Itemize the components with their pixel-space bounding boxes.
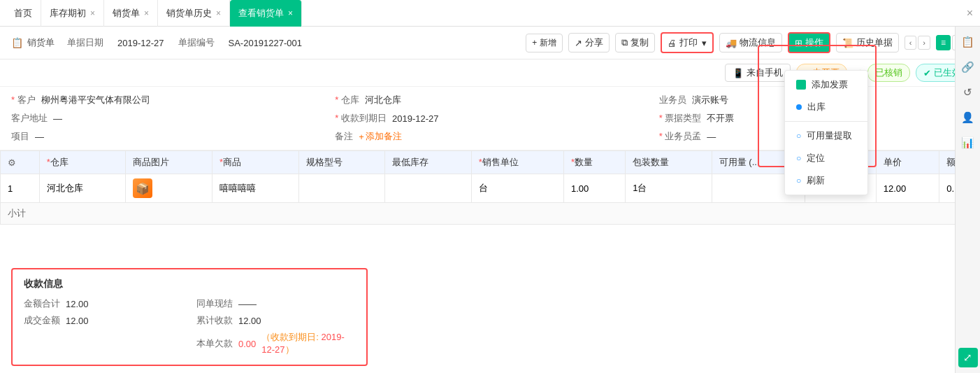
- cumulative-value: 12.00: [238, 316, 261, 326]
- deal-amount-label: 成交金额: [24, 314, 60, 327]
- share-icon: ↗: [575, 38, 582, 48]
- tab-sales-order-close[interactable]: ×: [144, 8, 149, 18]
- tab-bar: 首页 库存期初 × 销货单 × 销货单历史 × 查看销货单 × ×: [0, 0, 980, 27]
- settings-icon[interactable]: ⚙: [8, 157, 16, 168]
- circle-icon-3: ○: [796, 176, 801, 185]
- tab-sales-history-close[interactable]: ×: [216, 8, 221, 18]
- project-value: —: [35, 132, 44, 142]
- operate-button[interactable]: ⊞ 操作: [788, 32, 830, 53]
- dot-blue-icon: [796, 104, 802, 110]
- outstanding-note: （收款到期日: 2019-12-27）: [261, 331, 355, 356]
- history-button[interactable]: 📜 历史单据: [836, 33, 899, 52]
- tab-view-sales-label: 查看销货单: [238, 7, 284, 20]
- staff2-label: 业务员孟: [659, 130, 702, 143]
- row-no: 1: [1, 174, 40, 203]
- remark-label: 备注: [335, 130, 353, 143]
- row-unit-price: 12.00: [876, 174, 939, 203]
- warehouse-label: 仓库: [335, 94, 359, 106]
- total-amount-value: 12.00: [66, 299, 89, 309]
- window-close-button[interactable]: ×: [967, 7, 973, 20]
- settlement-value: ——: [238, 299, 257, 309]
- nav-arrows: ‹ ›: [905, 36, 930, 50]
- settlement-row: 同单现结 ——: [196, 297, 355, 310]
- total-amount-label: 金额合计: [24, 297, 60, 310]
- payment-info-grid: 金额合计 12.00 同单现结 —— 成交金额 12.00 累计收款 12.00…: [24, 297, 355, 356]
- doc-meta: 单据日期 2019-12-27 单据编号 SA-20191227-001: [67, 36, 526, 49]
- share-button[interactable]: ↗ 分享: [568, 33, 610, 52]
- print-button[interactable]: 🖨 打印 ▾: [661, 32, 714, 53]
- doc-icon: 📋: [11, 37, 23, 48]
- sidebar-icon-2[interactable]: 🔗: [958, 57, 978, 77]
- add-remark-button[interactable]: + 添加备注: [359, 130, 402, 143]
- col-unit-price: 单价: [876, 151, 939, 174]
- customer-value: 柳州粤港平安气体有限公司: [41, 94, 150, 106]
- tab-home-label: 首页: [14, 7, 32, 20]
- col-settings[interactable]: ⚙: [1, 151, 40, 174]
- col-product: *商品: [212, 151, 299, 174]
- tab-inventory-init[interactable]: 库存期初 ×: [41, 0, 104, 27]
- logistics-button[interactable]: 🚚 物流信息: [719, 33, 782, 52]
- row-min-stock: [385, 174, 472, 203]
- locate-label: 定位: [807, 152, 825, 164]
- mobile-icon: 📱: [733, 68, 744, 78]
- tab-sales-order[interactable]: 销货单 ×: [104, 0, 158, 27]
- staff2-value: —: [707, 132, 716, 142]
- row-warehouse: 河北仓库: [39, 174, 126, 203]
- settlement-label: 同单现结: [196, 297, 233, 310]
- tab-inventory-close[interactable]: ×: [90, 8, 95, 18]
- mobile-button[interactable]: 📱 来自手机: [725, 64, 791, 82]
- operate-icon: ⊞: [795, 38, 802, 48]
- tab-home[interactable]: 首页: [6, 0, 41, 27]
- customer-row: 客户 柳州粤港平安气体有限公司: [11, 94, 321, 106]
- row-pack-qty: 1台: [626, 174, 712, 203]
- col-min-stock: 最低库存: [385, 151, 472, 174]
- doc-date-label: 单据日期: [67, 36, 103, 49]
- add-invoice-item[interactable]: 添加发票: [785, 73, 867, 96]
- truck-icon: 🚚: [726, 38, 737, 48]
- circle-icon-1: ○: [796, 131, 801, 141]
- locate-item[interactable]: ○ 定位: [785, 147, 867, 169]
- print-icon: 🖨: [668, 38, 677, 48]
- right-sidebar: 📋 🔗 ↺ 👤 📊 ⤢: [955, 27, 980, 373]
- address-value: —: [53, 113, 62, 124]
- col-spec: 规格型号: [298, 151, 385, 174]
- copy-button[interactable]: ⧉ 复制: [615, 33, 655, 52]
- doc-toolbar: + 新增 ↗ 分享 ⧉ 复制 🖨 打印 ▾ 🚚 物流信息: [526, 32, 969, 53]
- tab-sales-history[interactable]: 销货单历史 ×: [158, 0, 230, 27]
- payment-info-title: 收款信息: [24, 278, 355, 290]
- col-quantity: *数量: [563, 151, 625, 174]
- total-amount-row: 金额合计 12.00: [24, 297, 182, 310]
- next-record-button[interactable]: ›: [918, 36, 930, 50]
- sidebar-icon-1[interactable]: 📋: [958, 32, 978, 52]
- tab-sales-history-label: 销货单历史: [166, 7, 212, 20]
- staff-value: 演示账号: [692, 94, 728, 106]
- list-view-button[interactable]: ≡: [936, 35, 951, 50]
- row-product-img: 📦: [126, 174, 212, 203]
- plus-icon: +: [359, 132, 364, 142]
- subtotal-label: 小计: [1, 203, 980, 225]
- sidebar-icon-5[interactable]: 📊: [958, 133, 978, 153]
- new-button[interactable]: + 新增: [526, 34, 562, 52]
- warehouse-row: 仓库 河北仓库: [335, 94, 644, 106]
- outbound-item[interactable]: 出库: [785, 96, 867, 118]
- project-label: 项目: [11, 130, 29, 143]
- circle-icon-2: ○: [796, 153, 801, 163]
- row-sales-unit: 台: [471, 174, 563, 203]
- prev-record-button[interactable]: ‹: [905, 36, 917, 50]
- payment-info-box: 收款信息 金额合计 12.00 同单现结 —— 成交金额 12.00 累计收款 …: [11, 268, 368, 366]
- refresh-item[interactable]: ○ 刷新: [785, 169, 867, 192]
- sidebar-expand-button[interactable]: ⤢: [958, 348, 978, 367]
- tab-view-sales-close[interactable]: ×: [288, 8, 293, 18]
- sidebar-icon-4[interactable]: 👤: [958, 108, 978, 127]
- ticket-type-value: 不开票: [707, 112, 734, 125]
- tab-view-sales[interactable]: 查看销货单 ×: [230, 0, 302, 27]
- available-qty-item[interactable]: ○ 可用量提取: [785, 125, 867, 147]
- row-quantity: 1.00: [563, 174, 625, 203]
- warehouse-value: 河北仓库: [365, 94, 401, 106]
- outbound-label: 出库: [807, 101, 826, 113]
- project-row: 项目 —: [11, 130, 321, 143]
- tab-sales-order-label: 销货单: [113, 7, 140, 20]
- doc-no-value: SA-20191227-001: [229, 38, 303, 48]
- sidebar-icon-3[interactable]: ↺: [958, 83, 978, 102]
- tab-inventory-label: 库存期初: [50, 7, 86, 20]
